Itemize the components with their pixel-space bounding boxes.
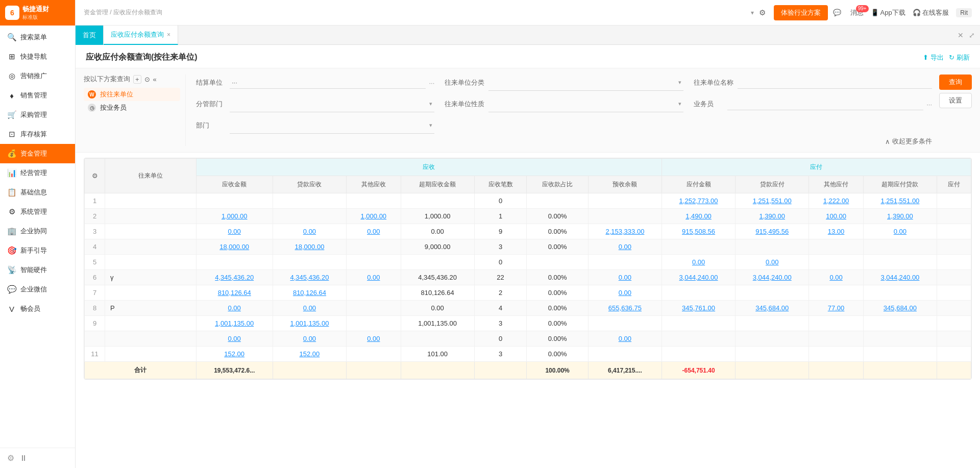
cell-ap-other[interactable]: 0.00 — [809, 270, 864, 285]
sidebar-item-basic[interactable]: 📋基础信息 — [0, 183, 75, 202]
cell-ap-overdue[interactable]: 0.00 — [863, 224, 937, 239]
topbar-gear-icon[interactable]: ⚙ — [759, 8, 766, 17]
cell-ar-loan[interactable] — [273, 255, 346, 270]
tab-expand-icon[interactable]: ⤢ — [969, 31, 975, 39]
cell-ap-other[interactable] — [809, 255, 864, 270]
message-icon[interactable]: 💬 — [833, 9, 841, 16]
cell-ap-loan[interactable]: 345,684.00 — [736, 301, 809, 316]
settings-scheme-icon[interactable]: ⊙ — [144, 76, 150, 83]
branch-dept-input[interactable] — [232, 98, 429, 110]
cell-ar-prepay[interactable] — [588, 316, 662, 331]
cell-ap-overdue[interactable]: 3,044,240.00 — [863, 270, 937, 285]
cell-ar-loan[interactable]: 0.00 — [273, 331, 346, 347]
cell-ap-loan[interactable] — [736, 331, 809, 347]
settlement-input[interactable] — [230, 77, 426, 89]
cell-ar-other[interactable] — [347, 193, 401, 209]
sidebar-item-purchase[interactable]: 🛒采购管理 — [0, 105, 75, 125]
cell-ap-other[interactable]: 1,222.00 — [809, 193, 864, 209]
cell-ar-loan[interactable]: 1,001,135.00 — [273, 316, 346, 331]
collapse-scheme-icon[interactable]: « — [153, 76, 157, 83]
settings-button[interactable]: 设置 — [939, 93, 972, 108]
cell-ar-amount[interactable]: 152.00 — [196, 347, 273, 362]
cell-ar-loan[interactable]: 152.00 — [273, 347, 346, 362]
promo-button[interactable]: 体验行业方案 — [774, 5, 828, 20]
tab-home[interactable]: 首页 — [76, 26, 104, 45]
cell-ap-other[interactable]: 100.00 — [809, 209, 864, 224]
scheme-item-unit[interactable]: W按往来单位 — [84, 88, 180, 101]
cell-ap-amount[interactable]: 915,508.56 — [662, 224, 735, 239]
cell-ap-overdue[interactable]: 1,390.00 — [863, 209, 937, 224]
cell-ap-overdue[interactable] — [863, 285, 937, 301]
cell-ap-amount[interactable]: 345,761.00 — [662, 301, 735, 316]
collapse-filter-btn[interactable]: ∧ 收起更多条件 — [196, 137, 932, 146]
cell-ar-prepay[interactable] — [588, 193, 662, 209]
sidebar-item-capital[interactable]: 💰资金管理 — [0, 144, 75, 163]
tab-close-icon[interactable]: × — [167, 31, 170, 38]
unit-nature-input[interactable] — [491, 98, 678, 110]
cell-ar-prepay[interactable]: 0.00 — [588, 331, 662, 347]
cell-ap-loan[interactable] — [736, 285, 809, 301]
business-person-input[interactable] — [727, 98, 924, 110]
cell-ar-amount[interactable]: 1,000.00 — [196, 209, 273, 224]
unit-category-chevron[interactable]: ▾ — [678, 79, 681, 86]
unit-category-input[interactable] — [491, 77, 678, 88]
cell-ap-amount[interactable] — [662, 239, 735, 255]
cell-ar-amount[interactable]: 18,000.00 — [196, 239, 273, 255]
scheme-item-business[interactable]: ◷按业务员 — [84, 101, 180, 114]
cell-ar-other[interactable]: 0.00 — [347, 331, 401, 347]
cell-ar-loan[interactable] — [273, 209, 346, 224]
cell-ar-prepay[interactable]: 0.00 — [588, 239, 662, 255]
cell-ar-loan[interactable]: 810,126.64 — [273, 285, 346, 301]
sidebar-item-hardware[interactable]: 📡智能硬件 — [0, 260, 75, 280]
cell-ap-overdue[interactable] — [863, 239, 937, 255]
cell-ap-amount[interactable] — [662, 331, 735, 347]
sidebar-item-guide[interactable]: 🎯新手引导 — [0, 241, 75, 260]
cell-ar-prepay[interactable]: 2,153,333.00 — [588, 224, 662, 239]
refresh-button[interactable]: ↻ 刷新 — [949, 53, 970, 62]
cell-ar-amount[interactable]: 0.00 — [196, 224, 273, 239]
collapse-footer-icon[interactable]: ⏸ — [19, 454, 28, 463]
cell-ar-loan[interactable]: 0.00 — [273, 224, 346, 239]
cell-ap-amount[interactable] — [662, 285, 735, 301]
cell-ar-prepay[interactable]: 0.00 — [588, 285, 662, 301]
query-button[interactable]: 查询 — [939, 75, 972, 90]
cell-ar-other[interactable]: 0.00 — [347, 224, 401, 239]
export-button[interactable]: ⬆ 导出 — [923, 53, 944, 62]
cell-ar-other[interactable] — [347, 347, 401, 362]
cell-ap-other[interactable] — [809, 285, 864, 301]
sidebar-item-warehouse[interactable]: ⊡库存核算 — [0, 125, 75, 144]
cell-ap-overdue[interactable]: 345,684.00 — [863, 301, 937, 316]
cell-ap-amount[interactable]: 0.00 — [662, 255, 735, 270]
cell-ar-prepay[interactable] — [588, 255, 662, 270]
cell-ar-other[interactable]: 0.00 — [347, 270, 401, 285]
dept-chevron[interactable]: ▾ — [429, 122, 432, 129]
cell-ar-other[interactable] — [347, 316, 401, 331]
cell-ar-loan[interactable]: 0.00 — [273, 301, 346, 316]
table-gear-icon[interactable]: ⚙ — [92, 172, 98, 180]
cell-ar-other[interactable] — [347, 255, 401, 270]
dept-input[interactable] — [232, 119, 429, 131]
sidebar-item-sales[interactable]: ♦销售管理 — [0, 86, 75, 105]
add-scheme-icon[interactable]: + — [133, 75, 141, 84]
cell-ap-loan[interactable]: 915,495.56 — [736, 224, 809, 239]
cell-ap-loan[interactable]: 1,251,551.00 — [736, 193, 809, 209]
sidebar-item-member[interactable]: V畅会员 — [0, 299, 75, 318]
cell-ar-loan[interactable]: 18,000.00 — [273, 239, 346, 255]
cell-ap-other[interactable] — [809, 316, 864, 331]
cell-ap-amount[interactable] — [662, 316, 735, 331]
service-icon[interactable]: 🎧 在线客服 — [913, 8, 949, 17]
cell-ar-amount[interactable]: 4,345,436.20 — [196, 270, 273, 285]
cell-ar-amount[interactable]: 0.00 — [196, 301, 273, 316]
sidebar-item-search[interactable]: 🔍搜索菜单 — [0, 28, 75, 47]
sidebar-item-enterprise[interactable]: 🏢企业协同 — [0, 221, 75, 241]
cell-ap-loan[interactable] — [736, 239, 809, 255]
cell-ap-overdue[interactable] — [863, 255, 937, 270]
cell-ap-overdue[interactable] — [863, 331, 937, 347]
cell-ap-overdue[interactable] — [863, 347, 937, 362]
cell-ar-other[interactable] — [347, 239, 401, 255]
app-download-icon[interactable]: 📱 App下载 — [871, 8, 905, 17]
cell-ap-other[interactable] — [809, 331, 864, 347]
cell-ap-loan[interactable] — [736, 316, 809, 331]
tab-close-all-icon[interactable]: ✕ — [958, 31, 964, 39]
cell-ar-loan[interactable] — [273, 193, 346, 209]
